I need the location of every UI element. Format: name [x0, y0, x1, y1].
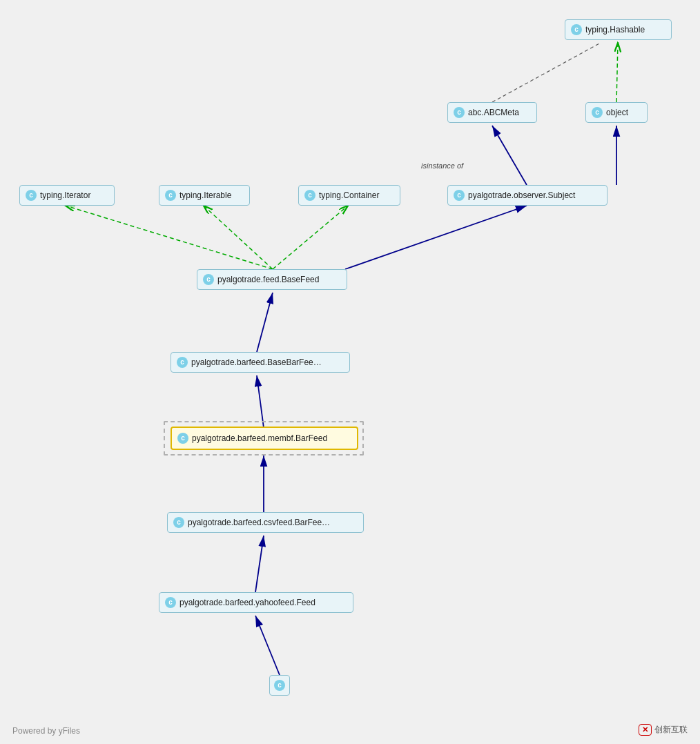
- node-barfeed-csvfeed[interactable]: c pyalgotrade.barfeed.csvfeed.BarFee…: [167, 512, 364, 533]
- svg-line-5: [204, 206, 273, 269]
- svg-line-0: [616, 43, 618, 102]
- node-label: typing.Iterable: [179, 190, 231, 200]
- svg-line-9: [257, 375, 264, 428]
- node-barfeed-basebarfeed[interactable]: c pyalgotrade.barfeed.BaseBarFee…: [171, 352, 350, 373]
- svg-line-7: [345, 206, 527, 269]
- svg-line-6: [273, 206, 348, 269]
- logo-badge: ✕: [639, 724, 652, 736]
- isinstance-label: isinstance of: [421, 161, 463, 170]
- node-typing-hashable[interactable]: c typing.Hashable: [565, 19, 672, 40]
- c-badge: c: [274, 680, 285, 691]
- node-typing-iterator[interactable]: c typing.Iterator: [19, 185, 115, 206]
- node-c-bottom[interactable]: c: [269, 675, 290, 696]
- node-label: typing.Hashable: [585, 25, 645, 35]
- c-badge: c: [304, 190, 315, 201]
- node-observer-subject[interactable]: c pyalgotrade.observer.Subject: [447, 185, 607, 206]
- c-badge: c: [173, 517, 184, 528]
- diagram-container: c typing.Hashable c abc.ABCMeta c object…: [0, 0, 700, 744]
- c-badge: c: [165, 190, 176, 201]
- c-badge: c: [177, 357, 188, 368]
- c-badge: c: [165, 597, 176, 608]
- svg-line-4: [66, 206, 273, 269]
- svg-line-3: [492, 126, 527, 185]
- node-label: typing.Iterator: [40, 190, 90, 200]
- node-label: pyalgotrade.barfeed.membf.BarFeed: [192, 433, 327, 443]
- node-label: abc.ABCMeta: [468, 108, 519, 117]
- node-label: pyalgotrade.observer.Subject: [468, 190, 575, 200]
- c-badge: c: [203, 274, 214, 285]
- c-badge: c: [454, 107, 465, 118]
- svg-line-11: [255, 536, 264, 592]
- node-label: object: [606, 108, 628, 117]
- node-label: pyalgotrade.feed.BaseFeed: [217, 275, 319, 284]
- node-typing-iterable[interactable]: c typing.Iterable: [159, 185, 250, 206]
- node-feed-basefeed[interactable]: c pyalgotrade.feed.BaseFeed: [197, 269, 347, 290]
- node-typing-container[interactable]: c typing.Container: [298, 185, 400, 206]
- c-badge: c: [454, 190, 465, 201]
- footer-right: ✕ 创新互联: [639, 724, 688, 736]
- footer-left: Powered by yFiles: [12, 726, 80, 736]
- svg-line-8: [257, 293, 273, 352]
- c-badge: c: [26, 190, 37, 201]
- node-object[interactable]: c object: [585, 102, 648, 123]
- node-barfeed-yahoofeed[interactable]: c pyalgotrade.barfeed.yahoofeed.Feed: [159, 592, 353, 613]
- node-label: pyalgotrade.barfeed.yahoofeed.Feed: [179, 598, 315, 607]
- node-label: pyalgotrade.barfeed.csvfeed.BarFee…: [188, 518, 330, 527]
- c-badge: c: [592, 107, 603, 118]
- node-label: typing.Container: [319, 190, 379, 200]
- node-label: pyalgotrade.barfeed.BaseBarFee…: [191, 358, 322, 367]
- c-badge: c: [177, 433, 188, 444]
- c-badge: c: [571, 24, 582, 35]
- node-abc-abcmeta[interactable]: c abc.ABCMeta: [447, 102, 537, 123]
- node-barfeed-membf[interactable]: c pyalgotrade.barfeed.membf.BarFeed: [171, 427, 358, 450]
- svg-line-1: [492, 43, 601, 102]
- svg-line-12: [255, 616, 280, 675]
